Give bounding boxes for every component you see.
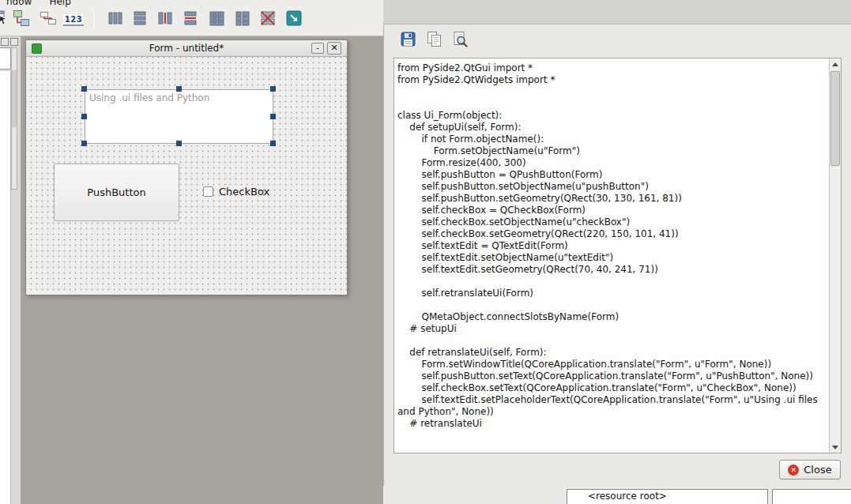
qt-designer-app: ndow Help xyxy=(0,0,851,504)
find-button[interactable] xyxy=(450,31,469,50)
dock-float-icon[interactable] xyxy=(1,38,9,46)
widget-filter-input[interactable] xyxy=(0,47,11,70)
code-scrollbar[interactable] xyxy=(829,58,841,453)
menu-help[interactable]: Help xyxy=(49,0,70,7)
selection-handle[interactable] xyxy=(81,86,87,92)
layout-form-icon xyxy=(233,9,252,31)
layout-horizontal-splitter-icon xyxy=(156,9,175,31)
window-background xyxy=(383,0,851,24)
layout-vertical-splitter-button[interactable] xyxy=(180,9,201,30)
widget-box-scrollbar[interactable] xyxy=(11,47,17,190)
layout-grid-icon xyxy=(207,9,226,31)
minimize-button[interactable]: - xyxy=(311,43,324,54)
break-layout-button[interactable] xyxy=(258,9,278,30)
form-window-titlebar[interactable]: Form - untitled* - ✕ xyxy=(26,40,347,57)
edit-tab-order-icon: 123 xyxy=(63,14,84,26)
python-code: from PySide2.QtGui import * from PySide2… xyxy=(397,62,827,451)
textedit-placeholder: Using .ui files and Python xyxy=(85,90,273,106)
save-button[interactable] xyxy=(398,31,417,50)
selection-handle[interactable] xyxy=(270,141,276,146)
code-view[interactable]: from PySide2.QtGui import * from PySide2… xyxy=(393,58,842,453)
layout-horizontal-button[interactable] xyxy=(105,9,126,30)
dock-close-icon[interactable] xyxy=(10,38,18,46)
edit-buddies-icon xyxy=(39,9,58,31)
scroll-up-icon[interactable] xyxy=(830,58,841,70)
close-icon: ✕ xyxy=(788,465,799,476)
widget-box-panel xyxy=(0,36,21,504)
pushbutton-widget[interactable]: PushButton xyxy=(54,164,179,221)
layout-grid-button[interactable] xyxy=(206,9,227,30)
selection-handle[interactable] xyxy=(176,141,182,146)
save-icon xyxy=(399,30,417,51)
layout-horizontal-icon xyxy=(106,9,125,31)
edit-buddies-button[interactable] xyxy=(38,9,58,30)
scrollbar-thumb[interactable] xyxy=(830,71,840,166)
selection-handle[interactable] xyxy=(270,86,276,92)
resource-panel-fragment xyxy=(772,489,851,504)
selection-handle[interactable] xyxy=(81,141,87,146)
edit-signals-slots-button[interactable] xyxy=(11,9,32,30)
edit-signals-slots-icon xyxy=(12,9,31,31)
selection-handle[interactable] xyxy=(176,86,182,92)
layout-form-button[interactable] xyxy=(232,9,253,30)
form-designer-window: Form - untitled* - ✕ Using .ui files and… xyxy=(25,39,348,295)
layout-vertical-icon xyxy=(130,9,149,31)
checkbox-widget[interactable]: CheckBox xyxy=(203,184,269,198)
close-button[interactable]: ✕ xyxy=(327,42,341,55)
copy-icon xyxy=(425,30,443,51)
scroll-down-icon[interactable] xyxy=(830,442,841,453)
layout-vertical-button[interactable] xyxy=(130,9,150,30)
resource-root-label: <resource root> xyxy=(567,490,767,502)
resource-root-item[interactable]: <resource root> xyxy=(567,489,768,504)
toolbar-separator xyxy=(94,11,95,28)
menu-window[interactable]: ndow xyxy=(6,0,32,7)
checkbox-label: CheckBox xyxy=(219,186,269,197)
form-window-title: Form - untitled* xyxy=(26,43,347,54)
find-icon xyxy=(451,30,469,51)
adjust-size-button[interactable] xyxy=(284,9,304,30)
selection-handle[interactable] xyxy=(81,114,87,119)
widget-box-list[interactable] xyxy=(0,71,11,504)
adjust-size-icon xyxy=(284,9,303,31)
layout-horizontal-splitter-button[interactable] xyxy=(155,9,175,30)
layout-vertical-splitter-icon xyxy=(181,9,200,31)
textedit-widget[interactable]: Using .ui files and Python xyxy=(85,89,273,144)
code-preview-dialog: from PySide2.QtGui import * from PySide2… xyxy=(383,24,851,486)
break-layout-icon xyxy=(258,9,277,31)
edit-widgets-button[interactable] xyxy=(0,9,10,30)
copy-button[interactable] xyxy=(424,31,443,50)
form-canvas[interactable]: Using .ui files and Python PushButton Ch… xyxy=(26,57,347,295)
selection-handle[interactable] xyxy=(270,114,276,119)
edit-tab-order-button[interactable]: 123 xyxy=(63,9,84,30)
scrollbar-thumb[interactable] xyxy=(12,70,17,127)
checkbox-indicator[interactable] xyxy=(203,186,213,197)
edit-widgets-icon xyxy=(0,9,9,31)
close-button-label: Close xyxy=(804,464,831,476)
dialog-close-button[interactable]: ✕ Close xyxy=(779,460,841,480)
menubar: ndow Help xyxy=(0,0,379,7)
